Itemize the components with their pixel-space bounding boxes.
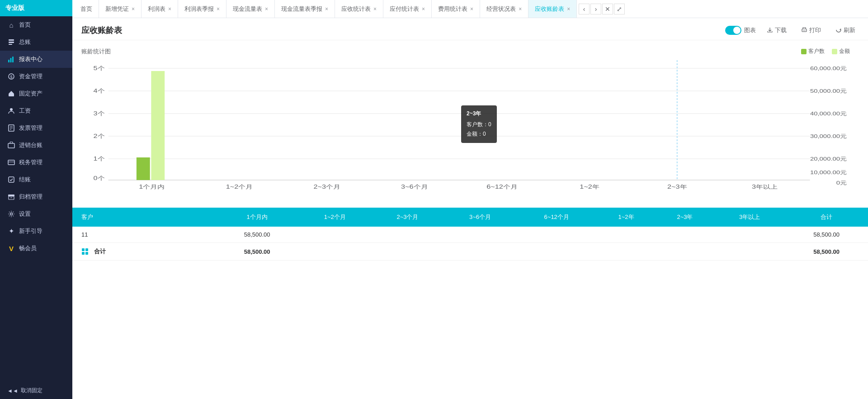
tab-label: 现金流量表季报: [281, 5, 322, 13]
tabs-close-button[interactable]: ✕: [602, 4, 613, 14]
sidebar-item-label: 发票管理: [19, 124, 42, 132]
sidebar-item-guide[interactable]: ✦ 新手引导: [0, 223, 72, 240]
sidebar-item-label: 税务管理: [19, 158, 42, 166]
tabs-next-button[interactable]: ›: [590, 4, 601, 14]
sidebar-item-archive[interactable]: 归档管理: [0, 188, 72, 205]
refresh-button[interactable]: 刷新: [832, 24, 859, 36]
tab-close-icon[interactable]: ×: [470, 6, 473, 12]
col-header-customer: 客户: [72, 208, 216, 227]
svg-rect-24: [803, 30, 806, 31]
print-button[interactable]: 打印: [797, 24, 825, 36]
sidebar-item-ledger[interactable]: 总账: [0, 33, 72, 51]
page-title: 应收账龄表: [81, 25, 122, 36]
tab-close-icon[interactable]: ×: [217, 6, 220, 12]
svg-rect-56: [82, 252, 85, 255]
tabs-navigation: ‹ › ✕ ⤢: [579, 4, 625, 14]
chart-toggle[interactable]: 图表: [725, 26, 756, 35]
col-header-1m: 1个月内: [216, 208, 299, 227]
col-header-3-6m: 3~6个月: [444, 208, 517, 227]
sidebar-item-tax[interactable]: 税务管理: [0, 154, 72, 171]
tab-profit[interactable]: 利润表 ×: [142, 0, 178, 18]
tab-ar-aging[interactable]: 应收账龄表 ×: [528, 0, 577, 18]
tab-profit-quarter[interactable]: 利润表季报 ×: [178, 0, 226, 18]
svg-text:1个: 1个: [94, 156, 105, 162]
tabs-bar: 首页 新增凭证 × 利润表 × 利润表季报 × 现金流量表 × 现金流量表季报 …: [72, 0, 868, 18]
tab-cashflow-quarter[interactable]: 现金流量表季报 ×: [275, 0, 335, 18]
table-section: 客户 1个月内 1~2个月 2~3个月 3~6个月 6~12个月 1~2年 2~…: [72, 208, 868, 399]
legend-dot-amount: [832, 49, 837, 54]
totals-1-2m: [299, 243, 372, 261]
tab-ar-stats[interactable]: 应收统计表 ×: [335, 0, 383, 18]
sidebar-item-member[interactable]: V 畅会员: [0, 240, 72, 257]
totals-2-3m: [371, 243, 444, 261]
svg-rect-55: [85, 248, 88, 251]
col-header-3yplus: 3年以上: [714, 208, 785, 227]
svg-text:3年以上: 3年以上: [752, 184, 778, 190]
sidebar-item-salary[interactable]: 工资: [0, 102, 72, 119]
sidebar-item-settle[interactable]: 结账: [0, 171, 72, 188]
totals-1m: 58,500.00: [216, 243, 299, 261]
fund-icon: $: [7, 72, 15, 81]
tab-close-icon[interactable]: ×: [325, 6, 328, 12]
cell-2-3y: [656, 227, 714, 243]
tab-close-icon[interactable]: ×: [422, 6, 425, 12]
toggle-switch[interactable]: [725, 26, 741, 35]
svg-point-10: [10, 108, 13, 111]
svg-text:3个: 3个: [94, 110, 105, 116]
svg-rect-8: [9, 94, 14, 96]
sidebar-item-report[interactable]: 报表中心: [0, 51, 72, 68]
app-logo: 专业版: [0, 0, 72, 16]
tab-ap-stats[interactable]: 应付统计表 ×: [383, 0, 432, 18]
svg-text:2个: 2个: [94, 133, 105, 139]
data-table: 客户 1个月内 1~2个月 2~3个月 3~6个月 6~12个月 1~2年 2~…: [72, 208, 868, 261]
cell-3-6m: [444, 227, 517, 243]
tab-home[interactable]: 首页: [74, 0, 99, 18]
tab-label: 应收统计表: [341, 5, 371, 13]
sidebar-item-inventory[interactable]: 进销台账: [0, 137, 72, 154]
sidebar-item-label: 归档管理: [19, 193, 42, 201]
tab-cashflow[interactable]: 现金流量表 ×: [226, 0, 275, 18]
tab-close-icon[interactable]: ×: [168, 6, 171, 12]
svg-text:10,000.00元: 10,000.00元: [810, 170, 847, 176]
toggle-label: 图表: [744, 26, 756, 34]
sidebar: 专业版 ⌂ 首页 总账 报表中心 $ 资金管理 固定资产 工资: [0, 0, 72, 399]
tab-close-icon[interactable]: ×: [265, 6, 268, 12]
sidebar-item-fund[interactable]: $ 资金管理: [0, 68, 72, 85]
tab-close-icon[interactable]: ×: [132, 6, 135, 12]
tab-label: 应收账龄表: [535, 5, 564, 13]
totals-3-6m: [444, 243, 517, 261]
sidebar-item-invoice[interactable]: 发票管理: [0, 119, 72, 137]
tab-close-icon[interactable]: ×: [373, 6, 377, 12]
tab-new-voucher[interactable]: 新增凭证 ×: [99, 0, 142, 18]
legend-label-amount: 金额: [839, 48, 850, 55]
sidebar-item-asset[interactable]: 固定资产: [0, 85, 72, 102]
cell-2-3m: [371, 227, 444, 243]
salary-icon: [7, 107, 15, 115]
download-button[interactable]: 下载: [763, 24, 790, 36]
col-header-total: 合计: [785, 208, 868, 227]
tab-ops-status[interactable]: 经营状况表 ×: [480, 0, 528, 18]
collapse-button[interactable]: ◄◄ 取消固定: [0, 382, 72, 399]
totals-row: 合计 58,500.00 58,500.00: [72, 243, 868, 261]
tab-label: 现金流量表: [233, 5, 262, 13]
col-header-6-12m: 6~12个月: [516, 208, 597, 227]
svg-rect-18: [9, 177, 14, 182]
tab-close-icon[interactable]: ×: [519, 6, 522, 12]
asset-icon: [7, 90, 15, 98]
tabs-expand-button[interactable]: ⤢: [614, 4, 625, 14]
svg-text:60,000.00元: 60,000.00元: [810, 66, 847, 71]
sidebar-item-settings[interactable]: 设置: [0, 205, 72, 223]
svg-marker-9: [9, 91, 14, 94]
totals-label: 合计: [72, 243, 216, 260]
download-icon: [767, 27, 773, 34]
totals-1-2y: [597, 243, 656, 261]
tab-expense-stats[interactable]: 费用统计表 ×: [432, 0, 480, 18]
sidebar-item-home[interactable]: ⌂ 首页: [0, 16, 72, 33]
tab-close-icon[interactable]: ×: [567, 6, 570, 12]
refresh-label: 刷新: [844, 26, 855, 34]
tabs-prev-button[interactable]: ‹: [579, 4, 590, 14]
report-icon: [7, 55, 15, 63]
legend-customers: 客户数: [801, 48, 825, 55]
col-header-1-2y: 1~2年: [597, 208, 656, 227]
svg-text:30,000.00元: 30,000.00元: [810, 133, 847, 139]
